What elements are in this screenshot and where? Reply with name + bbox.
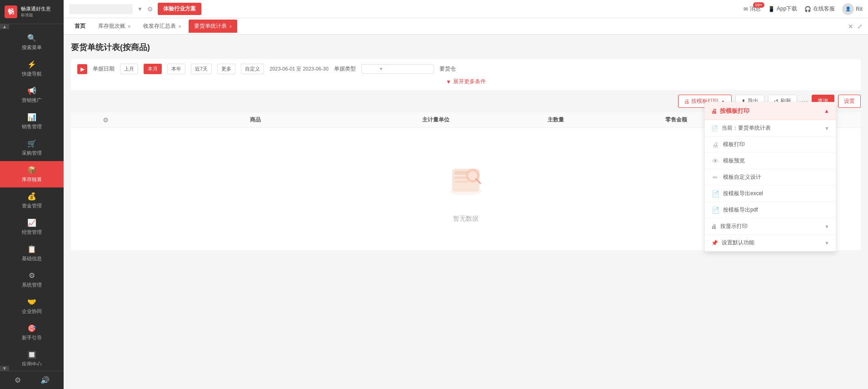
sidebar-item-basic[interactable]: 📋 基础信息 [0, 240, 64, 267]
avatar-circle: 👤 [842, 3, 854, 15]
sidebar-item-label: 基础信息 [22, 255, 42, 262]
quick-nav-icon: ⚡ [27, 60, 36, 69]
table-column-settings[interactable]: ⚙ [75, 116, 135, 124]
online-service-label: 在线客服 [813, 5, 835, 13]
scroll-up-btn[interactable]: ▲ [0, 24, 9, 29]
tab-home[interactable]: 首页 [69, 20, 91, 33]
template-excel-icon: 📄 [711, 190, 719, 197]
sidebar-item-collab[interactable]: 🤝 企业协同 [0, 293, 64, 319]
sidebar-item-label: 采购管理 [22, 150, 42, 157]
sidebar-item-operations[interactable]: 📈 经营管理 [0, 214, 64, 240]
sidebar-item-label: 销售管理 [22, 123, 42, 130]
date-btn-more[interactable]: 更多 [217, 64, 235, 74]
sidebar-item-label: 应用中心 [22, 361, 42, 366]
tab-order-stats-close[interactable]: × [229, 24, 232, 29]
topbar: ▼ ⚙ 体验行业方案 ✉ 消息 99+ 📱 App下载 🎧 在线客服 👤 Rit [64, 0, 868, 18]
tab-receipt-summary-label: 收发存汇总表 [143, 22, 176, 30]
online-service-btn[interactable]: 🎧 在线客服 [804, 5, 835, 13]
sidebar-item-guide[interactable]: 🎯 新手引导 [0, 319, 64, 346]
date-btn-7days[interactable]: 近7天 [191, 64, 212, 74]
sidebar-item-finance[interactable]: 💰 资金管理 [0, 187, 64, 214]
operations-icon: 📈 [27, 218, 36, 227]
tab-order-stats-label: 要货单统计表 [194, 22, 227, 30]
message-btn[interactable]: ✉ 消息 99+ [743, 5, 761, 13]
template-print-icon: 🖨 [711, 141, 719, 148]
message-icon: ✉ [743, 6, 748, 12]
type-filter-select[interactable]: ▼ [361, 64, 434, 74]
headset-icon: 🎧 [804, 6, 811, 12]
template-print-label: 模板打印 [723, 141, 745, 148]
dropdown-item-template-excel[interactable]: 📄 按模板导出excel [705, 186, 836, 202]
sidebar-item-marketing[interactable]: 📢 营销推广 [0, 82, 64, 108]
dropdown-collapse-icon[interactable]: ▲ [824, 108, 829, 114]
tab-maximize-btn[interactable]: ⤢ [857, 23, 863, 30]
date-btn-custom[interactable]: 自定义 [241, 64, 264, 74]
dropdown-printer-icon: 🖨 [711, 108, 717, 115]
sidebar: 畅 畅康通好生意 标准版 ▲ 🔍 搜索菜单 ⚡ 快捷导航 📢 营销推广 📊 销售… [0, 0, 64, 389]
tab-bar: 首页 库存批次账 × 收发存汇总表 × 要货单统计表 × ✕ ⤢ [64, 18, 868, 35]
set-default-icon: 📌 [711, 240, 718, 246]
message-badge: 99+ [753, 2, 764, 8]
industry-btn[interactable]: 体验行业方案 [158, 3, 201, 15]
sidebar-item-purchase[interactable]: 🛒 采购管理 [0, 135, 64, 161]
dropdown-item-template-preview[interactable]: 👁 模板预览 [705, 153, 836, 169]
app-download-label: App下载 [777, 5, 797, 13]
settings-bottom-icon[interactable]: ⚙ [15, 376, 21, 384]
scroll-down-btn[interactable]: ▼ [0, 366, 9, 371]
finance-icon: 💰 [27, 192, 36, 201]
app-download-icon: 📱 [768, 6, 775, 12]
sidebar-item-label: 搜索菜单 [22, 44, 42, 51]
date-btn-last-month[interactable]: 上月 [120, 64, 138, 74]
app-download-btn[interactable]: 📱 App下载 [768, 5, 797, 13]
dropdown-item-template-print[interactable]: 🖨 模板打印 [705, 136, 836, 153]
set-default-arrow: ▼ [824, 240, 829, 246]
warehouse-filter-label: 要货仓 [439, 65, 456, 73]
current-template-icon: 📄 [711, 125, 718, 131]
user-avatar[interactable]: 👤 Rit [842, 3, 863, 15]
date-btn-this-year[interactable]: 本年 [167, 64, 185, 74]
expand-more-btn[interactable]: ▼ 展开更多条件 [446, 78, 486, 86]
sidebar-item-sales[interactable]: 📊 销售管理 [0, 108, 64, 135]
collab-icon: 🤝 [27, 298, 36, 306]
template-design-label: 模板自定义设计 [723, 173, 761, 181]
dropdown-item-template-design[interactable]: ✏ 模板自定义设计 [705, 169, 836, 186]
date-btn-this-month[interactable]: 本月 [144, 64, 162, 74]
purchase-icon: 🛒 [27, 139, 36, 148]
marketing-icon: 📢 [27, 86, 36, 95]
topbar-gear-icon[interactable]: ⚙ [147, 5, 153, 13]
dropdown-current-template[interactable]: 📄 当前：要货单统计表 ▼ [705, 120, 836, 136]
settings-btn[interactable]: 设置 [838, 95, 861, 108]
template-pdf-icon: 📄 [711, 207, 719, 214]
set-default-label: 设置默认功能 [722, 239, 754, 247]
sidebar-item-inventory[interactable]: 📦 库存核算 [0, 161, 64, 187]
sidebar-item-app-center[interactable]: 🔲 应用中心 [0, 346, 64, 366]
dropdown-set-default[interactable]: 📌 设置默认功能 ▼ [705, 235, 836, 251]
sidebar-nav: 🔍 搜索菜单 ⚡ 快捷导航 📢 营销推广 📊 销售管理 🛒 采购管理 📦 库存核… [0, 29, 64, 366]
template-excel-label: 按模板导出excel [723, 190, 763, 197]
current-template-arrow: ▼ [824, 126, 829, 131]
type-filter-label: 单据类型 [334, 65, 356, 73]
tab-order-stats[interactable]: 要货单统计表 × [189, 20, 237, 33]
tab-receipt-summary-close[interactable]: × [178, 24, 181, 29]
speaker-icon[interactable]: 🔊 [40, 376, 50, 384]
sidebar-item-label: 系统管理 [22, 282, 42, 288]
expand-chevron-icon: ▼ [446, 79, 451, 85]
search-icon: 🔍 [27, 34, 36, 42]
tab-close-btn[interactable]: ✕ [848, 23, 853, 30]
sidebar-item-label: 快捷导航 [22, 71, 42, 77]
sidebar-item-system[interactable]: ⚙ 系统管理 [0, 267, 64, 293]
logo-icon: 畅 [5, 5, 17, 18]
inventory-icon: 📦 [27, 166, 36, 174]
dropdown-display-print[interactable]: 🖨 按显示打印 ▼ [705, 218, 836, 235]
current-template-label: 当前：要货单统计表 [722, 124, 771, 132]
tab-inventory-batch[interactable]: 库存批次账 × [93, 20, 136, 33]
sidebar-item-search[interactable]: 🔍 搜索菜单 [0, 29, 64, 56]
topbar-dropdown-arrow[interactable]: ▼ [137, 6, 143, 12]
search-input[interactable] [69, 4, 133, 14]
tab-receipt-summary[interactable]: 收发存汇总表 × [138, 20, 186, 33]
tab-inventory-batch-close[interactable]: × [128, 24, 130, 29]
filter-toggle-btn[interactable]: ▶ [77, 64, 87, 74]
dropdown-item-template-pdf[interactable]: 📄 按模板导出pdf [705, 202, 836, 218]
app-name: 畅康通好生意 [21, 5, 51, 12]
sidebar-item-quick-nav[interactable]: ⚡ 快捷导航 [0, 56, 64, 82]
